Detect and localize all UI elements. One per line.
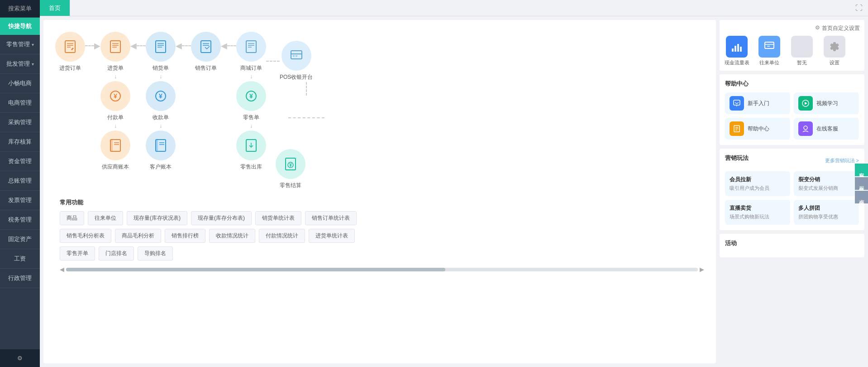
svg-rect-4 bbox=[110, 41, 120, 53]
gear-icon: ⚙ bbox=[815, 24, 820, 32]
marketing-item-fission[interactable]: 裂变分销 裂变式发展分销商 bbox=[794, 171, 859, 196]
member-title: 会员拉新 bbox=[730, 176, 786, 184]
service-label: 在线客服 bbox=[816, 125, 838, 133]
svg-rect-44 bbox=[737, 44, 739, 52]
tab-home[interactable]: 首页 bbox=[40, 0, 70, 16]
sales-order-label: 销售订单 bbox=[195, 64, 217, 72]
help-item-docs[interactable]: 帮助中心 bbox=[725, 118, 790, 140]
customer-book-icon[interactable] bbox=[146, 130, 176, 160]
more-marketing-link[interactable]: 更多营销玩法 > bbox=[825, 157, 859, 164]
float-btn-community[interactable]: 服务社区 bbox=[855, 177, 868, 190]
quick-icon-settings[interactable]: 设置 bbox=[822, 36, 847, 66]
sidebar-item-ecommerce-small[interactable]: 小畅电商 bbox=[0, 74, 40, 93]
sidebar-nav-header: 快捷导航 bbox=[0, 18, 40, 35]
sales-icon[interactable] bbox=[146, 32, 176, 62]
func-btn-payment-stat[interactable]: 付款情况统计 bbox=[259, 229, 305, 243]
sidebar-item-admin[interactable]: 行政管理 bbox=[0, 269, 40, 288]
retail-settle-icon[interactable]: ¥ bbox=[276, 149, 305, 179]
quick-icon-none[interactable]: 暂无 bbox=[789, 36, 815, 66]
sidebar-item-label: 小畅电商 bbox=[8, 79, 32, 87]
sales-order-icon[interactable] bbox=[191, 32, 221, 62]
quick-icon-cashflow[interactable]: 现金流量表 bbox=[724, 36, 749, 66]
customize-label[interactable]: 首页自定义设置 bbox=[822, 24, 860, 32]
svg-rect-42 bbox=[732, 48, 734, 52]
func-btn-retail-order[interactable]: 零售开单 bbox=[60, 246, 95, 261]
func-btn-stock-dist[interactable]: 现存量(库存分布表) bbox=[191, 211, 252, 225]
svg-point-57 bbox=[804, 126, 807, 130]
marketing-item-member[interactable]: 会员拉新 吸引用户成为会员 bbox=[725, 171, 790, 196]
member-desc: 吸引用户成为会员 bbox=[730, 185, 786, 192]
scroll-right-icon[interactable]: ▶ bbox=[700, 266, 704, 273]
purchase-order-icon[interactable] bbox=[55, 32, 85, 62]
marketing-item-group[interactable]: 多人拼团 拼团购物享受优惠 bbox=[794, 200, 859, 225]
func-btn-order-stat[interactable]: 销售订单统计表 bbox=[305, 211, 357, 225]
sidebar-item-ecommerce-mgmt[interactable]: 电商管理 bbox=[0, 93, 40, 113]
quick-icon-parties[interactable]: 往来单位 bbox=[757, 36, 782, 66]
scroll-left-icon[interactable]: ◀ bbox=[60, 266, 64, 273]
fullscreen-button[interactable]: ⛶ bbox=[850, 0, 868, 16]
sales-label: 销货单 bbox=[153, 64, 169, 72]
settings-icon: ⚙ bbox=[17, 355, 23, 362]
purchase-label: 进货单 bbox=[107, 64, 124, 72]
func-btn-goods[interactable]: 商品 bbox=[60, 211, 84, 225]
parties-icon-box bbox=[758, 36, 780, 58]
purchase-icon[interactable] bbox=[100, 32, 130, 62]
mall-order-icon[interactable] bbox=[236, 32, 266, 62]
help-item-beginner[interactable]: 新手入门 bbox=[725, 92, 790, 114]
supplier-book-icon[interactable] bbox=[100, 130, 130, 160]
marketing-item-live[interactable]: 直播卖货 场景式购物新玩法 bbox=[725, 200, 790, 225]
flow-diagram: 进货订单 ▶ 进货单 ↓ bbox=[51, 27, 709, 282]
scroll-thumb bbox=[66, 268, 445, 271]
common-functions: 常用功能 商品 往来单位 现存量(库存状况表) 现存量(库存分布表) 销货单统计… bbox=[55, 198, 709, 273]
sidebar-item-label: 固定资产 bbox=[8, 235, 32, 243]
retail-outbound-icon[interactable] bbox=[236, 130, 266, 160]
func-btn-gross-profit-sales[interactable]: 销售毛利分析表 bbox=[60, 229, 111, 243]
retail-order-icon[interactable]: ¥ bbox=[236, 81, 266, 111]
marketing-section: 营销玩法 更多营销玩法 > 会员拉新 吸引用户成为会员 裂变分销 裂变式发展分销… bbox=[720, 149, 864, 230]
pos-icon[interactable] bbox=[281, 41, 311, 71]
svg-rect-49 bbox=[734, 100, 740, 105]
sidebar-item-purchase[interactable]: 采购管理 bbox=[0, 113, 40, 132]
sidebar: 搜索菜单 快捷导航 零售管理 ▾ 批发管理 ▾ 小畅电商 电商管理 采购管理 库… bbox=[0, 0, 40, 367]
func-btn-stock-status[interactable]: 现存量(库存状况表) bbox=[127, 211, 187, 225]
func-btn-store-rank[interactable]: 门店排名 bbox=[99, 246, 134, 261]
sidebar-settings[interactable]: ⚙ bbox=[0, 349, 40, 367]
video-icon bbox=[798, 96, 813, 111]
main-area: 首页 ⛶ 进货订单 bbox=[40, 0, 868, 367]
func-btn-parties[interactable]: 往来单位 bbox=[88, 211, 123, 225]
flow-node-sales-order: 销售订单 bbox=[191, 32, 221, 72]
sidebar-item-retail[interactable]: 零售管理 ▾ bbox=[0, 35, 40, 54]
sidebar-item-label: 税务管理 bbox=[8, 216, 32, 224]
sidebar-item-salary[interactable]: 工资 bbox=[0, 249, 40, 269]
quick-access-header: ⚙ 首页自定义设置 bbox=[724, 24, 860, 32]
sidebar-item-inventory[interactable]: 库存核算 bbox=[0, 132, 40, 152]
payment-icon[interactable]: ¥ bbox=[100, 81, 130, 111]
float-btn-desktop[interactable]: 桌面快捷 bbox=[855, 191, 868, 203]
sidebar-item-fixed-assets[interactable]: 固定资产 bbox=[0, 230, 40, 249]
func-btn-sales-stat[interactable]: 销货单统计表 bbox=[255, 211, 301, 225]
sidebar-search[interactable]: 搜索菜单 bbox=[0, 0, 40, 18]
sidebar-item-tax[interactable]: 税务管理 bbox=[0, 210, 40, 230]
func-btn-purchase-stat[interactable]: 进货单统计表 bbox=[309, 229, 355, 243]
sidebar-item-wholesale[interactable]: 批发管理 ▾ bbox=[0, 54, 40, 74]
float-btn-service[interactable]: 客服热线 bbox=[855, 164, 868, 176]
receipt-icon[interactable]: ¥ bbox=[146, 81, 176, 111]
func-btn-guide-rank[interactable]: 导购排名 bbox=[138, 246, 173, 261]
func-btn-gross-profit-goods[interactable]: 商品毛利分析 bbox=[115, 229, 161, 243]
func-row-1: 商品 往来单位 现存量(库存状况表) 现存量(库存分布表) 销货单统计表 销售订… bbox=[60, 211, 704, 225]
pos-label: POS收银开台 bbox=[280, 73, 313, 81]
func-btn-sales-rank[interactable]: 销售排行榜 bbox=[165, 229, 205, 243]
help-item-video[interactable]: 视频学习 bbox=[794, 92, 859, 114]
quick-icons-container: 现金流量表 往来单位 暂无 bbox=[724, 36, 860, 66]
svg-text:¥: ¥ bbox=[249, 92, 253, 100]
sidebar-item-finance[interactable]: 资金管理 bbox=[0, 152, 40, 171]
common-functions-title: 常用功能 bbox=[60, 198, 704, 207]
arrow-left-icon: ◀ bbox=[176, 41, 191, 51]
sidebar-item-invoice[interactable]: 发票管理 bbox=[0, 191, 40, 210]
svg-rect-46 bbox=[765, 42, 774, 48]
down-arrow-icon: ↓ bbox=[159, 121, 162, 130]
horizontal-scrollbar[interactable]: ◀ ▶ bbox=[60, 266, 704, 273]
help-item-service[interactable]: 在线客服 bbox=[794, 118, 859, 140]
func-btn-receipt-stat[interactable]: 收款情况统计 bbox=[209, 229, 255, 243]
sidebar-item-ledger[interactable]: 总账管理 bbox=[0, 171, 40, 191]
